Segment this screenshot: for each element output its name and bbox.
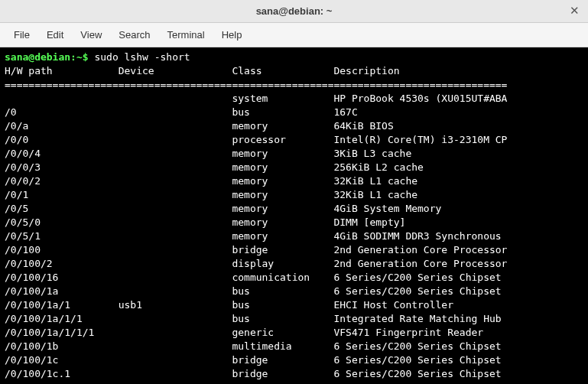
- table-row: /0/100/2 display 2nd Generation Core Pro…: [5, 257, 583, 271]
- menu-file[interactable]: File: [6, 26, 37, 44]
- table-row: /0/100/1c.1 bridge 6 Series/C200 Series …: [5, 367, 583, 381]
- window-title: sana@debian: ~: [256, 5, 333, 17]
- table-row: /0/0/3 memory 256KiB L2 cache: [5, 161, 583, 174]
- table-row: /0/100/1a/1/1 bus Integrated Rate Matchi…: [5, 312, 583, 326]
- table-row: /0/5 memory 4GiB System Memory: [5, 202, 583, 216]
- table-row: /0/5/1 memory 4GiB SODIMM DDR3 Synchrono…: [5, 229, 583, 243]
- prompt-command: sudo lshw -short: [94, 51, 190, 63]
- table-row: /0/0/4 memory 3KiB L3 cache: [5, 147, 583, 161]
- table-header: H/W path Device Class Description: [5, 64, 583, 78]
- table-row: /0/100/16 communication 6 Series/C200 Se…: [5, 271, 583, 285]
- titlebar: sana@debian: ~ ✕: [0, 0, 588, 23]
- table-row: /0/100/1b multimedia 6 Series/C200 Serie…: [5, 340, 583, 353]
- table-row: /0/100/1a/1/1/1 generic VFS471 Fingerpri…: [5, 326, 583, 340]
- prompt-line: sana@debian:~$ sudo lshw -short: [5, 50, 583, 64]
- terminal-body[interactable]: sana@debian:~$ sudo lshw -shortH/W path …: [0, 47, 588, 384]
- table-row: /0/a memory 64KiB BIOS: [5, 119, 583, 133]
- table-row: /0/1 memory 32KiB L1 cache: [5, 188, 583, 202]
- table-row: /0/100/1a/1 usb1 bus EHCI Host Controlle…: [5, 298, 583, 312]
- table-row: /0/0/2 memory 32KiB L1 cache: [5, 174, 583, 188]
- menu-search[interactable]: Search: [111, 26, 158, 44]
- prompt-path: ~: [76, 51, 83, 63]
- table-row: /0/100 bridge 2nd Generation Core Proces…: [5, 243, 583, 257]
- table-row: /0/0 processor Intel(R) Core(TM) i3-2310…: [5, 133, 583, 147]
- prompt-dollar: $: [83, 51, 95, 63]
- table-row: /0/100/1a bus 6 Series/C200 Series Chips…: [5, 285, 583, 298]
- menu-terminal[interactable]: Terminal: [160, 26, 213, 44]
- menu-edit[interactable]: Edit: [39, 26, 71, 44]
- menubar: File Edit View Search Terminal Help: [0, 23, 588, 47]
- divider-line: ========================================…: [5, 78, 583, 92]
- terminal-window: sana@debian: ~ ✕ File Edit View Search T…: [0, 0, 588, 384]
- prompt-sep: :: [70, 51, 76, 63]
- prompt-user: sana@debian: [5, 51, 70, 63]
- table-row: /0/100/1c bridge 6 Series/C200 Series Ch…: [5, 353, 583, 367]
- table-row: system HP ProBook 4530s (XU015UT#ABA: [5, 92, 583, 106]
- table-row: /0 bus 167C: [5, 106, 583, 119]
- menu-view[interactable]: View: [73, 26, 109, 44]
- menu-help[interactable]: Help: [214, 26, 250, 44]
- table-row: /0/5/0 memory DIMM [empty]: [5, 216, 583, 229]
- close-icon[interactable]: ✕: [567, 3, 582, 18]
